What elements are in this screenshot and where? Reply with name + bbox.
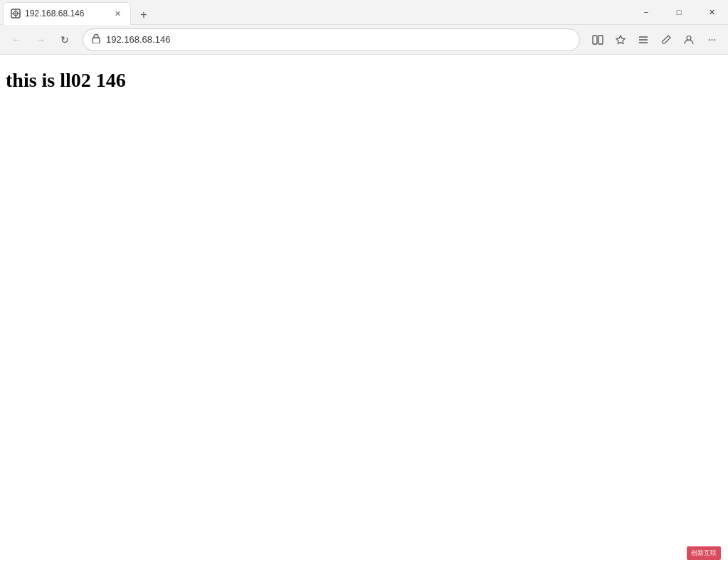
lock-icon	[92, 33, 100, 46]
tab-close-button[interactable]: ✕	[112, 8, 123, 19]
back-button[interactable]: ←	[6, 29, 27, 51]
watermark-text: 创新互联	[687, 546, 721, 560]
watermark: 创新互联	[687, 546, 721, 560]
tab-favicon	[11, 9, 21, 18]
reading-view-button[interactable]	[587, 29, 608, 51]
navigation-bar: ← → ↻	[0, 25, 728, 55]
page-text: this is ll02 146	[6, 69, 722, 92]
svg-rect-6	[598, 36, 603, 44]
more-icon: ···	[708, 33, 715, 46]
new-tab-button[interactable]: +	[134, 5, 154, 25]
forward-icon: →	[36, 34, 46, 46]
svg-rect-5	[593, 36, 597, 44]
tab-title: 192.168.68.146	[25, 9, 107, 18]
minimize-button[interactable]: −	[630, 0, 663, 25]
forward-button[interactable]: →	[30, 29, 51, 51]
toolbar-icons: ···	[587, 29, 722, 51]
refresh-icon: ↻	[60, 34, 69, 46]
tab-strip: 192.168.68.146 ✕ +	[0, 0, 630, 25]
maximize-button[interactable]: □	[663, 0, 695, 25]
address-input[interactable]	[106, 34, 571, 45]
page-content: this is ll02 146	[0, 55, 728, 567]
close-button[interactable]: ✕	[695, 0, 728, 25]
profile-button[interactable]	[678, 29, 700, 51]
favorites-button[interactable]	[610, 29, 631, 51]
active-tab[interactable]: 192.168.68.146 ✕	[3, 2, 131, 25]
refresh-button[interactable]: ↻	[54, 29, 75, 51]
address-bar[interactable]	[83, 28, 580, 51]
edit-button[interactable]	[655, 29, 677, 51]
window-controls: − □ ✕	[630, 0, 728, 25]
title-bar: 192.168.68.146 ✕ + − □ ✕	[0, 0, 728, 25]
svg-rect-4	[93, 38, 100, 43]
hamburger-button[interactable]	[633, 29, 654, 51]
more-button[interactable]: ···	[701, 29, 722, 51]
back-icon: ←	[11, 34, 21, 46]
